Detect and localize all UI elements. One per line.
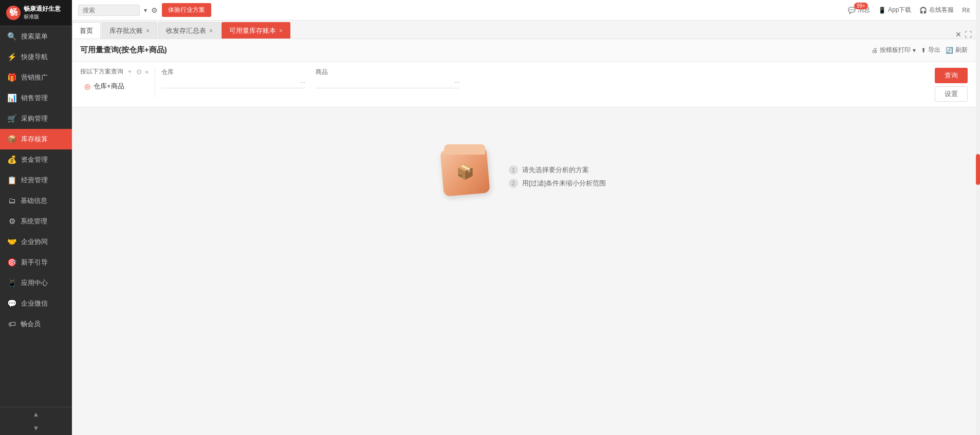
sidebar-item-inventory[interactable]: 📦 库存核算 (0, 129, 72, 149)
sidebar-item-purchase[interactable]: 🛒 采购管理 (0, 108, 72, 129)
app-download-btn[interactable]: 📱 App下载 (878, 6, 911, 14)
topbar: ▾ ⚙ 体验行业方案 💬 消息 99+ 📱 App下载 🎧 在线客服 Rit (72, 0, 976, 21)
add-scheme-icon[interactable]: ＋ (126, 67, 133, 76)
export-icon: ⬆ (921, 47, 926, 54)
filter-fields: 仓库 ··· 商品 ··· (161, 67, 924, 88)
sidebar-label-operations: 经营管理 (21, 176, 48, 185)
tab-available-label: 可用量库存账本 (229, 26, 276, 35)
scrollbar-thumb (976, 154, 980, 185)
app-logo: 畅 畅康通好生意 标准版 (0, 0, 72, 26)
message-badge: 99+ (854, 3, 868, 9)
scheme-item-icon: ◎ (84, 82, 90, 90)
sidebar-item-wechat[interactable]: 💬 企业微信 (0, 293, 72, 314)
tab-summary-close[interactable]: × (209, 27, 213, 34)
tabs-end-controls: ✕ ⛶ (955, 30, 976, 39)
sidebar-scroll-down[interactable]: ▼ (0, 421, 72, 435)
edit-scheme-icon[interactable]: ⊙ (136, 68, 142, 75)
export-btn[interactable]: ⬆ 导出 (921, 46, 940, 54)
sidebar-label-sales: 销售管理 (21, 93, 48, 103)
sidebar-item-marketing[interactable]: 🎁 营销推广 (0, 67, 72, 88)
scheme-item-label: 仓库+商品 (94, 82, 124, 91)
topbar-search-input[interactable] (78, 5, 140, 16)
settings-button[interactable]: 设置 (935, 86, 968, 102)
maximize-icon[interactable]: ⛶ (965, 30, 972, 39)
sidebar-item-appstore[interactable]: 📱 应用中心 (0, 273, 72, 293)
tab-batch-close[interactable]: × (146, 27, 150, 34)
sidebar-label-marketing: 营销推广 (21, 73, 48, 82)
export-label: 导出 (928, 46, 940, 54)
empty-box-icon: 📦 (440, 146, 490, 197)
tab-batch[interactable]: 库存批次账 × (102, 22, 157, 39)
tabs-bar: 首页 库存批次账 × 收发存汇总表 × 可用量库存账本 × ✕ ⛶ (72, 21, 976, 39)
tip-num-2: 2 (509, 179, 518, 188)
service-icon: 🎧 (919, 7, 927, 14)
sidebar-item-finance[interactable]: 💰 资金管理 (0, 149, 72, 170)
filter-divider (155, 67, 155, 98)
sidebar-label-basics: 基础信息 (21, 196, 47, 205)
user-name: Rit (962, 7, 970, 14)
collapse-icon[interactable]: « (145, 68, 149, 75)
print-btn[interactable]: 🖨 按模板打印 ▾ (872, 46, 916, 54)
gear-icon[interactable]: ⚙ (151, 6, 158, 14)
empty-tip-2: 2 用[过滤]条件来缩小分析范围 (509, 179, 606, 188)
sidebar-item-newbie[interactable]: 🎯 新手引导 (0, 252, 72, 273)
service-btn[interactable]: 🎧 在线客服 (919, 6, 954, 14)
sales-icon: 📊 (7, 93, 17, 103)
sidebar-item-system[interactable]: ⚙ 系统管理 (0, 211, 72, 232)
main-area: ▾ ⚙ 体验行业方案 💬 消息 99+ 📱 App下载 🎧 在线客服 Rit (72, 0, 976, 435)
message-btn[interactable]: 💬 消息 99+ (848, 6, 870, 14)
tab-summary[interactable]: 收发存汇总表 × (158, 22, 220, 39)
dropdown-chevron-icon[interactable]: ▾ (144, 7, 147, 14)
tip-text-2: 用[过滤]条件来缩小分析范围 (522, 179, 606, 188)
refresh-btn[interactable]: 🔄 刷新 (946, 46, 968, 54)
tab-home[interactable]: 首页 (72, 22, 101, 39)
page-title: 可用量查询(按仓库+商品) (80, 45, 167, 55)
query-button[interactable]: 查询 (935, 68, 968, 83)
filter-section: 按以下方案查询 ＋ ⊙ « ◎ 仓库+商品 仓库 ··· (72, 62, 976, 107)
logo-icon: 畅 (6, 6, 21, 20)
warehouse-more-btn[interactable]: ··· (300, 79, 305, 86)
right-scrollbar[interactable] (976, 0, 980, 435)
refresh-icon: 🔄 (946, 47, 953, 54)
basics-icon: 🗂 (7, 196, 16, 205)
sidebar: 畅 畅康通好生意 标准版 🔍 搜索菜单 ⚡ 快捷导航 🎁 营销推广 📊 销售管理… (0, 0, 72, 435)
empty-illustration: 📦 (442, 148, 488, 195)
sidebar-item-search[interactable]: 🔍 搜索菜单 (0, 26, 72, 47)
product-more-btn[interactable]: ··· (454, 79, 459, 86)
empty-tips: 1 请先选择要分析的方案 2 用[过滤]条件来缩小分析范围 (509, 165, 606, 188)
service-label: 在线客服 (929, 6, 954, 14)
sidebar-item-sales[interactable]: 📊 销售管理 (0, 88, 72, 108)
sidebar-label-wechat: 企业微信 (21, 299, 48, 308)
close-tab-icon[interactable]: ✕ (955, 30, 961, 39)
industry-btn[interactable]: 体验行业方案 (162, 3, 211, 17)
sidebar-label-purchase: 采购管理 (21, 114, 48, 123)
sidebar-label-shortcut: 快捷导航 (21, 52, 48, 62)
scheme-item-warehouse[interactable]: ◎ 仓库+商品 (80, 79, 149, 93)
user-menu[interactable]: Rit (962, 7, 970, 14)
sidebar-item-enterprise[interactable]: 🤝 企业协同 (0, 232, 72, 252)
sidebar-label-finance: 资金管理 (21, 155, 48, 164)
sidebar-nav: 🔍 搜索菜单 ⚡ 快捷导航 🎁 营销推广 📊 销售管理 🛒 采购管理 📦 库存核… (0, 26, 72, 407)
marketing-icon: 🎁 (7, 73, 17, 82)
sidebar-item-basics[interactable]: 🗂 基础信息 (0, 191, 72, 211)
sidebar-item-shortcut[interactable]: ⚡ 快捷导航 (0, 47, 72, 67)
enterprise-icon: 🤝 (7, 237, 17, 247)
tab-available-close[interactable]: × (279, 27, 283, 34)
box-face-icon: 📦 (456, 163, 474, 180)
app-name: 畅康通好生意 (24, 5, 61, 13)
empty-state: 📦 1 请先选择要分析的方案 2 用[过滤]条件来缩小分析范围 (72, 148, 976, 205)
page-actions: 🖨 按模板打印 ▾ ⬆ 导出 🔄 刷新 (872, 46, 968, 54)
shortcut-icon: ⚡ (7, 52, 17, 62)
sidebar-item-operations[interactable]: 📋 经营管理 (0, 170, 72, 191)
appstore-icon: 📱 (7, 278, 17, 288)
app-label: App下载 (888, 6, 911, 14)
page-content: 可用量查询(按仓库+商品) 🖨 按模板打印 ▾ ⬆ 导出 🔄 刷新 (72, 39, 976, 435)
sidebar-item-member[interactable]: 🏷 畅会员 (0, 314, 72, 334)
topbar-right: 💬 消息 99+ 📱 App下载 🎧 在线客服 Rit (848, 6, 970, 14)
newbie-icon: 🎯 (7, 258, 17, 267)
sidebar-scroll-up[interactable]: ▲ (0, 407, 72, 421)
empty-tip-1: 1 请先选择要分析的方案 (509, 165, 606, 175)
tab-available[interactable]: 可用量库存账本 × (221, 22, 290, 39)
warehouse-input-row: ··· (161, 79, 305, 88)
filter-scheme-col: 按以下方案查询 ＋ ⊙ « ◎ 仓库+商品 (80, 67, 149, 93)
